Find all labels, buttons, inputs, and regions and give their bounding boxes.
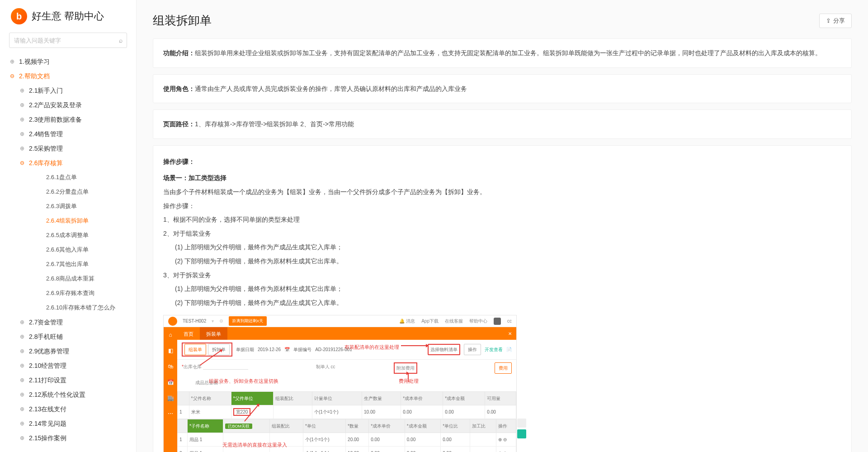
intro-card: 功能介绍：组装拆卸单用来处理企业组装或拆卸等加工业务，支持有固定装配清单的产品加… xyxy=(153,38,852,68)
nav-2-13[interactable]: ⊕2.13在线支付 xyxy=(19,402,136,416)
steps-p4a: (1) 上部明细为父件明细，最终作为产成品生成其它入库单； xyxy=(163,241,841,253)
nav-2-11[interactable]: ⊕2.11打印设置 xyxy=(19,373,136,387)
steps-p3: 1、根据不同的业务，选择不同单据的类型来处理 xyxy=(163,214,841,226)
role-card: 使用角色：通常由生产人员或库管人员完成拆装业务的操作，库管人员确认原材料的出库和… xyxy=(153,74,852,104)
nav-2-6[interactable]: ⊖2.6库存核算 xyxy=(19,156,136,170)
shot-tab-doc: 拆装单 xyxy=(200,327,227,340)
table-cell: 0.00 xyxy=(485,405,516,419)
nav-2-6-6[interactable]: 2.6.6其他入库单 xyxy=(46,243,136,257)
table-header: *数量 xyxy=(346,419,369,433)
nav-2-10[interactable]: ⊕2.10经营管理 xyxy=(19,358,136,373)
nav-2-4[interactable]: ⊕2.4销售管理 xyxy=(19,127,136,141)
table-header: 生产数量 xyxy=(362,392,401,405)
scene1-heading: 场景一：加工类型选择 xyxy=(163,174,226,181)
table-cell: 10.00 xyxy=(346,447,369,452)
sidetab-icon xyxy=(517,429,526,438)
shot-topbar: TEST-H002 ▾ ⚙ 距离到期还剩x天 🔔 消息 App下载 在线客服 帮… xyxy=(164,315,516,327)
table-header: *父件单位 xyxy=(231,392,273,405)
table-header: *成本单价 xyxy=(369,419,405,433)
path-text: 1、库存核算->库存管理->组装拆卸单 2、首页->常用功能 xyxy=(195,120,354,128)
nav-2-3[interactable]: ⊕2.3使用前数据准备 xyxy=(19,112,136,127)
search-input[interactable] xyxy=(9,33,127,48)
table-header xyxy=(178,419,188,433)
nav-2-1[interactable]: ⊕2.1新手入门 xyxy=(19,83,136,98)
table-cell: 1 xyxy=(178,405,189,419)
shot-app-link: App下载 xyxy=(421,317,439,325)
nav-docs[interactable]: ⊖2.帮助文档 xyxy=(9,69,136,83)
nav-2-15[interactable]: ⊕2.15操作案例 xyxy=(19,431,136,445)
nav-2-6-10[interactable]: 2.6.10库存账本错了怎么办 xyxy=(46,300,136,315)
anno-bom: 有装配清单的在这里处理 xyxy=(344,343,399,352)
calendar-icon: 📅 xyxy=(167,377,174,388)
nav-2-7[interactable]: ⊕2.7资金管理 xyxy=(19,315,136,329)
shot-date-label: 单据日期 xyxy=(236,345,254,354)
nav-2-6-4[interactable]: 2.6.4组装拆卸单 xyxy=(46,214,136,228)
steps-p5b: (2) 下部明细为子件明细，最终作为产成品生成其它入库单。 xyxy=(163,297,841,309)
shot-dev-link: 开发查看 xyxy=(485,345,503,354)
logo-row: b 好生意 帮助中心 xyxy=(0,8,136,33)
shot-sidetabs xyxy=(517,419,526,438)
shot-fee-btn: 费用 xyxy=(495,362,512,374)
table-cell xyxy=(273,405,312,419)
table-cell: 0.00 xyxy=(441,433,470,447)
shot-parent-table: *父件名称*父件单位组装配比计量单位生产数量*成本单价*成本金额可用量 1米米宽… xyxy=(177,391,516,419)
minus-icon: ⊖ xyxy=(9,73,15,79)
steps-heading: 操作步骤： xyxy=(163,158,195,165)
nav-2-9[interactable]: ⊕2.9优惠券管理 xyxy=(19,344,136,358)
dots-icon: ⋯ xyxy=(168,409,173,419)
intro-label: 功能介绍： xyxy=(163,49,195,57)
plus-icon: ⊕ xyxy=(19,87,25,94)
nav-2-2[interactable]: ⊕2.2产品安装及登录 xyxy=(19,98,136,112)
shot-avatar-icon xyxy=(494,318,501,325)
plus-icon: ⊕ xyxy=(19,377,25,383)
table-cell: 用品 1 xyxy=(187,447,223,452)
bag-icon: 🛍 xyxy=(168,362,173,372)
table-cell: 0.00 xyxy=(369,447,405,452)
nav-2-6-2[interactable]: 2.6.2分量盘点单 xyxy=(46,185,136,199)
shot-leftnav: ⌂ ◧ 🛍 📅 🏬 ⋯ xyxy=(164,327,177,452)
nav-2-6-5[interactable]: 2.6.5成本调整单 xyxy=(46,228,136,243)
steps-p4: 2、对于组装业务 xyxy=(163,228,841,240)
shot-toolbar: 组装单 拆卸单 单据日期 2019-12-26 📅 单据编号 AD-201912… xyxy=(177,340,516,360)
steps-p4b: (2) 下部明细为子件明细，最终作为原材料生成其它出库单。 xyxy=(163,255,841,267)
nav-video[interactable]: ⊕1.视频学习 xyxy=(9,54,136,69)
nav-2-6-1[interactable]: 2.6.1盘点单 xyxy=(46,170,136,185)
table-header xyxy=(178,392,189,405)
plus-icon: ⊕ xyxy=(19,145,25,152)
search-icon[interactable]: ⌕ xyxy=(119,37,123,44)
plus-icon: ⊕ xyxy=(19,348,25,354)
nav-2-6-8[interactable]: 2.6.8商品成本重算 xyxy=(46,271,136,286)
shot-tabs: 首页 拆装单 ✕ xyxy=(177,327,516,340)
sidetab-icon xyxy=(517,419,526,428)
sidebar: b 好生意 帮助中心 ⌕ ⊕1.视频学习 ⊖2.帮助文档 ⊕2.1新手入门 ⊕2… xyxy=(0,0,137,452)
steps-p5a: (1) 上部明细为父件明细，最终作为原材料生成其它出库单； xyxy=(163,283,841,295)
nav-2-12[interactable]: ⊕2.12系统个性化设置 xyxy=(19,387,136,402)
nav-2-14[interactable]: ⊕2.14常见问题 xyxy=(19,416,136,431)
plus-icon: ⊕ xyxy=(19,333,25,340)
share-button[interactable]: ⇪ 分享 xyxy=(819,14,852,28)
shot-tab-close-icon: ✕ xyxy=(504,327,516,340)
red-arrow-icon xyxy=(401,345,428,346)
anno-fee: 费用处理 xyxy=(399,376,419,386)
nav-2-5[interactable]: ⊕2.5采购管理 xyxy=(19,141,136,156)
nav-2-8[interactable]: ⊕2.8手机旺铺 xyxy=(19,329,136,344)
table-cell: 用品 1 xyxy=(187,433,223,447)
nav-2-6-9[interactable]: 2.6.9库存账本查询 xyxy=(46,286,136,300)
table-cell xyxy=(470,447,496,452)
page-title: 组装拆卸单 xyxy=(153,13,212,29)
table-cell: 1 xyxy=(178,433,188,447)
role-label: 使用角色： xyxy=(163,85,195,92)
steps-p5: 3、对于拆装业务 xyxy=(163,269,841,281)
table-cell: ⊕ ⊖ xyxy=(496,447,516,452)
nav-2-6-7[interactable]: 2.6.7其他出库单 xyxy=(46,257,136,271)
nav-2-6-3[interactable]: 2.6.3调拨单 xyxy=(46,199,136,214)
table-header: *单位 xyxy=(303,419,345,433)
store-icon: 🏬 xyxy=(167,393,174,404)
red-arrow-icon xyxy=(408,373,409,382)
main-content: 组装拆卸单 ⇪ 分享 功能介绍：组装拆卸单用来处理企业组装或拆卸等加工业务，支持… xyxy=(137,0,868,452)
share-icon: ⇪ xyxy=(826,17,831,24)
table-header: *成本金额 xyxy=(405,419,441,433)
table-cell xyxy=(470,433,496,447)
intro-text: 组装拆卸单用来处理企业组装或拆卸等加工业务，支持有固定装配清单的产品加工业务，也… xyxy=(195,49,821,57)
shot-date-val: 2019-12-26 xyxy=(258,345,281,354)
